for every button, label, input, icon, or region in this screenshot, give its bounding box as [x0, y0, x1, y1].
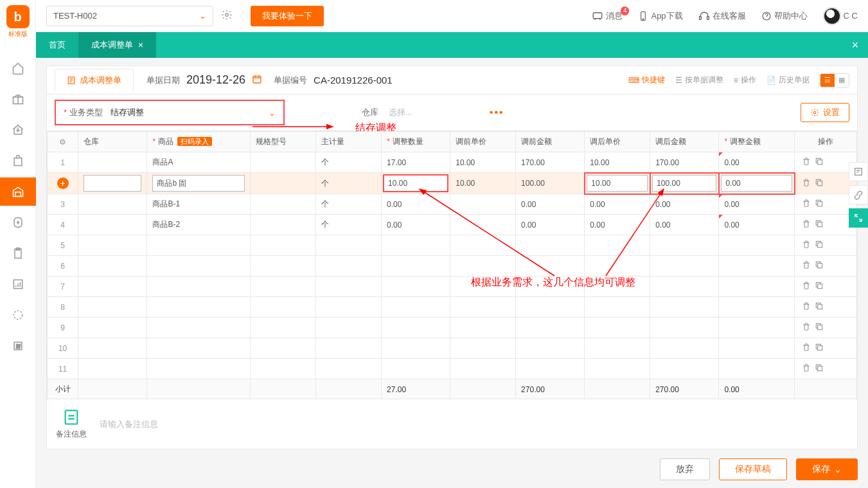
delete-icon[interactable]: [802, 363, 811, 372]
copy-icon[interactable]: [815, 281, 824, 290]
by-bill-button[interactable]: ☰ 按单据调整: [675, 75, 723, 86]
business-type-field[interactable]: *业务类型 结存调整 ⌄: [55, 100, 285, 125]
nav-report-icon[interactable]: [0, 270, 36, 298]
nav-sync-icon[interactable]: [0, 301, 36, 329]
history-button[interactable]: 📄 历史单据: [766, 75, 810, 86]
delete-icon[interactable]: [802, 322, 811, 331]
delete-icon[interactable]: [802, 281, 811, 290]
table-row[interactable]: 5: [48, 235, 857, 256]
svg-rect-36: [66, 411, 78, 424]
nav-bag-icon[interactable]: [0, 147, 36, 175]
warehouse-field[interactable]: 仓库 选择...: [362, 107, 412, 118]
col-product[interactable]: *商品扫码录入: [147, 132, 251, 152]
dock-expand-icon[interactable]: [849, 208, 868, 228]
org-name: TEST-H002: [53, 11, 97, 21]
svg-rect-30: [818, 346, 822, 350]
delete-icon[interactable]: [802, 199, 811, 208]
col-pre-price[interactable]: 调前单价: [450, 132, 516, 152]
customer-service-button[interactable]: 在线客服: [698, 10, 746, 22]
col-adj-amount[interactable]: *调整金额: [719, 132, 795, 152]
view-grid-button[interactable]: ▦: [835, 74, 849, 87]
svg-rect-14: [707, 16, 709, 19]
org-settings-icon[interactable]: [221, 9, 233, 23]
col-warehouse[interactable]: 仓库: [78, 132, 147, 152]
save-draft-button[interactable]: 保存草稿: [719, 458, 787, 480]
copy-icon[interactable]: [815, 322, 824, 331]
close-icon[interactable]: ×: [138, 40, 143, 50]
dock-link-icon[interactable]: [849, 185, 868, 204]
table-row[interactable]: 10: [48, 338, 857, 359]
svg-rect-31: [818, 366, 822, 371]
user-menu[interactable]: C C: [823, 7, 858, 25]
col-unit[interactable]: 主计量: [316, 132, 382, 152]
nav-upload-icon[interactable]: [0, 116, 36, 144]
svg-rect-23: [818, 202, 822, 206]
tab-cost-adjustment[interactable]: 成本调整单 ×: [78, 32, 156, 58]
col-post-amount[interactable]: 调后金额: [650, 132, 719, 152]
table-row[interactable]: 4商品B-2个0.000.000.000.000.00: [48, 215, 857, 235]
table-row[interactable]: 7: [48, 276, 857, 297]
delete-icon[interactable]: [802, 157, 811, 166]
svg-point-9: [226, 14, 229, 17]
save-button[interactable]: 保存⌄: [796, 458, 858, 480]
table-row[interactable]: 8: [48, 297, 857, 318]
col-spec[interactable]: 规格型号: [251, 132, 316, 152]
copy-icon[interactable]: [815, 343, 824, 352]
table-row[interactable]: 1商品A个17.0010.00170.0010.00170.000.00: [48, 152, 857, 173]
view-list-button[interactable]: ☰: [820, 74, 835, 87]
col-post-price[interactable]: 调后单价: [585, 132, 650, 152]
app-download-button[interactable]: App下载: [638, 10, 682, 22]
discard-button[interactable]: 放弃: [660, 458, 710, 480]
dock-note-icon[interactable]: [849, 162, 868, 181]
chevron-down-icon: ⌄: [269, 108, 276, 118]
operation-button[interactable]: ≡ 操作: [734, 75, 756, 86]
delete-icon[interactable]: [802, 240, 811, 249]
header-settings-icon[interactable]: ⚙: [48, 132, 78, 152]
document-type-tab[interactable]: 成本调整单: [55, 69, 134, 93]
delete-icon[interactable]: [802, 343, 811, 352]
table-row[interactable]: 6: [48, 256, 857, 276]
settings-button[interactable]: 设置: [801, 103, 849, 122]
remark-input[interactable]: [100, 419, 848, 429]
copy-icon[interactable]: [815, 157, 824, 166]
post-amount-input[interactable]: 100.00: [652, 175, 716, 192]
table-row[interactable]: 3商品B-1个0.000.000.000.000.00: [48, 194, 857, 215]
qty-input[interactable]: 10.00: [384, 175, 448, 192]
copy-icon[interactable]: [815, 219, 824, 228]
svg-rect-26: [818, 264, 822, 268]
delete-icon[interactable]: [802, 302, 811, 311]
table-row[interactable]: 11: [48, 359, 857, 379]
post-price-input[interactable]: 10.00: [587, 175, 648, 192]
messages-button[interactable]: 消息 4: [592, 10, 623, 22]
copy-icon[interactable]: [815, 260, 824, 269]
org-selector[interactable]: TEST-H002 ⌄: [46, 6, 213, 26]
nav-home-icon[interactable]: [0, 54, 36, 82]
delete-icon[interactable]: [802, 260, 811, 269]
close-all-button[interactable]: ×: [842, 32, 868, 58]
copy-icon[interactable]: [815, 302, 824, 311]
col-pre-amount[interactable]: 调前金额: [516, 132, 585, 152]
tab-home[interactable]: 首页: [36, 32, 78, 58]
adj-amount-input[interactable]: 0.00: [721, 175, 792, 192]
help-button[interactable]: 帮助中心: [761, 10, 808, 22]
promo-button[interactable]: 我要体验一下: [251, 6, 324, 26]
copy-icon[interactable]: [815, 199, 824, 208]
col-ops: 操作: [795, 132, 857, 152]
more-icon[interactable]: •••: [490, 107, 504, 118]
table-row[interactable]: 9: [48, 318, 857, 338]
shortcut-button[interactable]: ⌨ 快捷键: [628, 75, 665, 86]
nav-new-icon[interactable]: 新: [0, 332, 36, 360]
table-row[interactable]: +商品b 固个10.0010.00100.0010.00100.000.00: [48, 173, 857, 194]
nav-warehouse-icon[interactable]: [0, 177, 36, 206]
nav-clipboard-icon[interactable]: [0, 239, 36, 267]
delete-icon[interactable]: [802, 178, 811, 187]
copy-icon[interactable]: [815, 240, 824, 249]
add-row-icon[interactable]: +: [57, 177, 69, 189]
col-qty[interactable]: *调整数量: [382, 132, 450, 152]
delete-icon[interactable]: [802, 219, 811, 228]
nav-money-icon[interactable]: [0, 208, 36, 237]
copy-icon[interactable]: [815, 178, 824, 187]
copy-icon[interactable]: [815, 363, 824, 372]
nav-gift-icon[interactable]: [0, 85, 36, 113]
calendar-icon[interactable]: [252, 74, 262, 86]
